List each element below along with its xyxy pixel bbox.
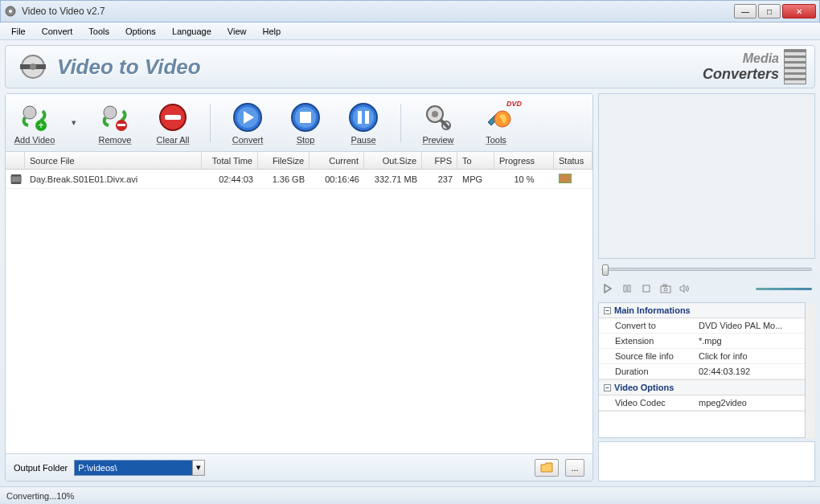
player-controls <box>598 280 815 297</box>
add-video-dropdown[interactable]: ▾ <box>72 117 78 128</box>
pause-button[interactable]: Pause <box>342 101 384 145</box>
preview-button[interactable]: Preview <box>417 101 459 145</box>
info-row[interactable]: Extension*.mpg <box>599 334 805 349</box>
svg-text:+: + <box>38 120 43 131</box>
banner-brand: Media Converters <box>703 49 806 84</box>
stop-button[interactable]: Stop <box>285 101 326 145</box>
svg-point-34 <box>664 288 667 291</box>
preview-area <box>598 93 815 259</box>
svg-rect-20 <box>358 111 362 124</box>
svg-rect-29 <box>11 182 21 184</box>
right-panel: −Main Informations Convert toDVD Video P… <box>598 93 815 481</box>
convert-button[interactable]: Convert <box>227 101 269 145</box>
clear-all-button[interactable]: Clear All <box>152 101 194 145</box>
menu-language[interactable]: Language <box>166 25 218 38</box>
info-row[interactable]: Duration02:44:03.192 <box>599 364 805 379</box>
toolbar: + Add Video ▾ Remove Clear All Convert <box>6 94 592 152</box>
window-title: Video to Video v2.7 <box>22 6 734 17</box>
close-button[interactable]: ✕ <box>782 4 816 18</box>
svg-rect-33 <box>661 286 670 293</box>
menu-convert[interactable]: Convert <box>35 25 80 38</box>
col-fps[interactable]: FPS <box>422 152 457 169</box>
grid-header: Source File Total Time FileSize Current … <box>6 152 592 170</box>
add-video-button[interactable]: + Add Video <box>14 101 55 145</box>
status-bar: Converting...10% <box>0 486 820 504</box>
player-pause-icon[interactable] <box>621 282 633 295</box>
status-text: Converting...10% <box>6 491 74 501</box>
col-status[interactable]: Status <box>554 152 592 169</box>
menu-help[interactable]: Help <box>256 25 287 38</box>
output-bar: Output Folder ▾ ... <box>6 453 592 481</box>
menu-file[interactable]: File <box>5 25 32 38</box>
col-outsize[interactable]: Out.Size <box>364 152 422 169</box>
table-row[interactable]: Day.Break.S01E01.Divx.avi 02:44:03 1.36 … <box>6 170 592 189</box>
snapshot-icon[interactable] <box>659 282 672 295</box>
pause-icon <box>347 101 379 133</box>
convert-icon <box>232 101 264 133</box>
row-type-icon <box>6 174 25 185</box>
title-bar: Video to Video v2.7 — □ ✕ <box>0 0 820 23</box>
output-folder-dropdown[interactable]: ▾ <box>192 460 205 476</box>
info-row[interactable]: Convert toDVD Video PAL Mo... <box>599 318 805 334</box>
svg-rect-21 <box>365 111 369 124</box>
tools-button[interactable]: DVD Tools <box>475 101 517 145</box>
svg-point-4 <box>30 64 36 70</box>
output-folder-label: Output Folder <box>14 463 68 473</box>
player-stop-icon[interactable] <box>640 282 653 295</box>
menu-tools[interactable]: Tools <box>82 25 116 38</box>
svg-point-8 <box>104 106 117 119</box>
app-icon <box>4 5 17 18</box>
volume-slider[interactable] <box>756 288 812 290</box>
col-progress[interactable]: Progress <box>494 152 554 169</box>
svg-rect-10 <box>117 124 125 126</box>
grid-body[interactable]: Day.Break.S01E01.Divx.avi 02:44:03 1.36 … <box>6 170 592 453</box>
section-main-info[interactable]: −Main Informations <box>599 303 805 318</box>
svg-rect-28 <box>11 174 21 176</box>
volume-icon[interactable] <box>679 282 691 295</box>
info-panel: −Main Informations Convert toDVD Video P… <box>598 302 806 438</box>
preview-icon <box>422 101 454 133</box>
menu-bar: File Convert Tools Options Language View… <box>0 23 820 40</box>
more-button[interactable]: ... <box>565 459 584 477</box>
svg-rect-30 <box>624 285 626 292</box>
svg-rect-31 <box>628 285 630 292</box>
info-row[interactable]: Source file infoClick for info <box>599 349 805 364</box>
col-current[interactable]: Current <box>310 152 364 169</box>
remove-icon <box>99 101 131 133</box>
svg-point-19 <box>353 107 374 128</box>
browse-button[interactable] <box>535 459 559 477</box>
add-video-icon: + <box>18 101 51 133</box>
clear-all-icon <box>157 101 189 133</box>
row-status-icon <box>554 174 592 185</box>
left-panel: + Add Video ▾ Remove Clear All Convert <box>5 93 593 481</box>
banner: Video to Video Media Converters <box>5 45 815 88</box>
info-scrollbar[interactable] <box>806 302 815 438</box>
svg-rect-17 <box>300 112 311 123</box>
output-folder-input[interactable] <box>74 460 193 476</box>
menu-options[interactable]: Options <box>119 25 162 38</box>
info-footer-box <box>598 441 815 481</box>
banner-logo-icon <box>17 51 49 83</box>
stop-icon <box>289 101 322 133</box>
section-video-options[interactable]: −Video Options <box>599 380 805 395</box>
minimize-button[interactable]: — <box>734 4 756 18</box>
col-source-file[interactable]: Source File <box>25 152 202 169</box>
col-to[interactable]: To <box>457 152 494 169</box>
info-row[interactable]: Video Codecmpeg2video <box>599 395 805 411</box>
svg-point-23 <box>432 111 438 117</box>
col-total-time[interactable]: Total Time <box>202 152 258 169</box>
svg-rect-27 <box>11 176 21 182</box>
svg-point-5 <box>23 106 36 119</box>
play-icon[interactable] <box>601 282 614 295</box>
svg-point-1 <box>9 10 12 13</box>
col-filesize[interactable]: FileSize <box>258 152 310 169</box>
maximize-button[interactable]: □ <box>758 4 781 18</box>
svg-rect-35 <box>663 285 666 286</box>
banner-title: Video to Video <box>57 55 201 80</box>
filmstrip-icon <box>784 49 806 84</box>
seek-slider[interactable] <box>598 262 815 277</box>
remove-button[interactable]: Remove <box>94 101 136 145</box>
menu-view[interactable]: View <box>221 25 253 38</box>
svg-rect-12 <box>165 115 181 120</box>
svg-rect-32 <box>643 285 650 292</box>
